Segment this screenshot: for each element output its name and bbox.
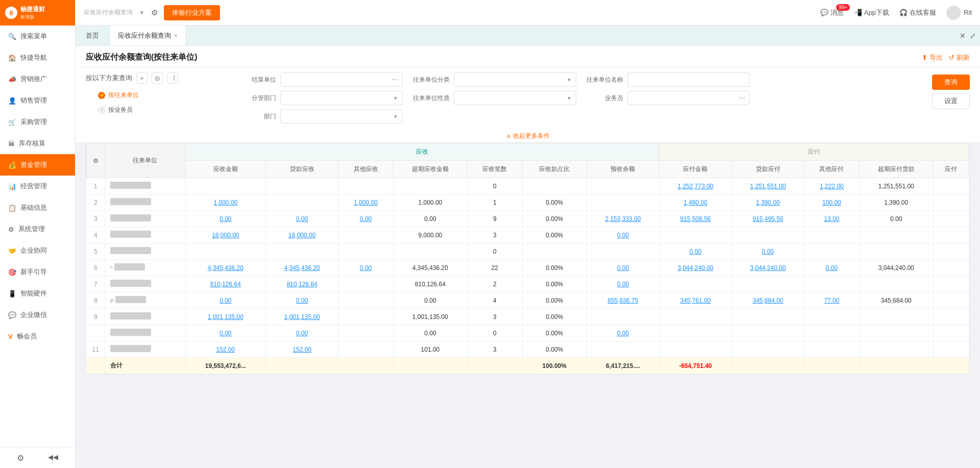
row-ar-amount[interactable]: 0.00	[185, 325, 266, 341]
sidebar-item-quicknav[interactable]: 🏠 快捷导航	[0, 47, 75, 68]
sidebar-item-beginner[interactable]: 🎯 新手引导	[0, 261, 75, 283]
scheme-by-partner[interactable]: ⚡ 按往来单位	[94, 89, 178, 102]
partner-name-input[interactable]	[627, 72, 750, 87]
row-ap-amount[interactable]: 915,508.56	[659, 211, 731, 227]
filter-collapse-icon[interactable]: 《	[167, 72, 178, 84]
settings-button[interactable]: 设置	[932, 93, 970, 109]
row-ap-amount[interactable]: 3,044,240.00	[659, 260, 731, 276]
row-ar-ratio: 0.00%	[522, 292, 586, 309]
row-ar-loan[interactable]: 810,126.64	[266, 276, 338, 292]
sidebar-item-enterprise-wx[interactable]: 💬 企业微信	[0, 304, 75, 326]
sidebar-settings-icon[interactable]: ⚙	[17, 453, 24, 463]
refresh-button[interactable]: ↺ 刷新	[949, 53, 970, 62]
row-ar-prepay[interactable]: 0.00	[586, 260, 659, 276]
notify-btn[interactable]: 💬 消息 99+	[820, 8, 844, 17]
app-download-btn[interactable]: 📲 App下载	[854, 8, 889, 17]
sidebar-item-funds[interactable]: 💰 资金管理	[0, 154, 75, 176]
dept-select[interactable]: ▼	[280, 91, 403, 105]
plan-btn[interactable]: 体验行业方案	[164, 5, 220, 20]
table-row: 8 P 0.00 0.00 0.00 4 0.00% 655,636.75 34…	[87, 292, 969, 309]
row-ap-loan[interactable]: 1,251,551.00	[732, 178, 804, 194]
sidebar-item-purchase[interactable]: 🛒 采购管理	[0, 111, 75, 133]
gear-col-header[interactable]: ⚙	[87, 143, 105, 178]
row-ar-loan[interactable]: 1,001,135.00	[266, 309, 338, 325]
row-ar-loan	[266, 243, 338, 260]
row-ar-amount[interactable]: 810,126.64	[185, 276, 266, 292]
row-ar-loan[interactable]: 152.00	[266, 341, 338, 358]
tab-close-window-icon[interactable]: ✕	[960, 32, 966, 40]
row-ap-other[interactable]: 0.00	[804, 260, 860, 276]
sidebar-item-enterprise[interactable]: 🤝 企业协同	[0, 240, 75, 261]
row-ar-amount[interactable]: 4,345,436.20	[185, 260, 266, 276]
row-ap-extra	[933, 309, 969, 325]
row-ar-other	[338, 341, 394, 358]
row-ar-other[interactable]: 1,000.00	[338, 194, 394, 211]
row-ar-other	[338, 292, 394, 309]
filter-add-icon[interactable]: ＋	[136, 72, 148, 84]
user-avatar-area[interactable]: Rit	[946, 6, 972, 20]
row-ar-prepay[interactable]: 2,153,333.00	[586, 211, 659, 227]
row-ap-amount[interactable]: 1,252,773.00	[659, 178, 731, 194]
row-ar-amount[interactable]: 1,000.00	[185, 194, 266, 211]
partner-category-select[interactable]: ▼	[454, 72, 576, 87]
tab-active-ar[interactable]: 应收应付余额查询 ×	[110, 26, 186, 45]
row-ap-other[interactable]: 100.00	[804, 194, 860, 211]
row-ap-other[interactable]: 13.00	[804, 211, 860, 227]
row-ap-extra	[933, 260, 969, 276]
row-ap-loan[interactable]: 915,495.56	[732, 211, 804, 227]
tab-home[interactable]: 首页	[76, 26, 110, 45]
department-select[interactable]: ▼	[280, 109, 403, 124]
sidebar-item-member[interactable]: V 畅会员	[0, 326, 75, 347]
sidebar-collapse-icon[interactable]: ◀◀	[48, 453, 58, 463]
row-ar-amount[interactable]: 0.00	[185, 211, 266, 227]
row-ar-amount[interactable]: 18,000.00	[185, 227, 266, 243]
row-ar-prepay[interactable]: 0.00	[586, 325, 659, 341]
header-settings-icon[interactable]: ⚙	[151, 8, 158, 17]
filter-settings-icon[interactable]: ◎	[152, 72, 163, 84]
row-ar-loan[interactable]: 0.00	[266, 292, 338, 309]
row-ar-amount[interactable]: 1,001,135.00	[185, 309, 266, 325]
sidebar-item-marketing[interactable]: 📣 营销推广	[0, 68, 75, 90]
row-ap-loan[interactable]: 3,044,240.00	[732, 260, 804, 276]
row-ar-other[interactable]: 0.00	[338, 211, 394, 227]
tab-maximize-icon[interactable]: ⤢	[970, 32, 976, 40]
online-service-btn[interactable]: 🎧 在线客服	[899, 8, 936, 17]
row-ap-amount[interactable]: 345,761.00	[659, 292, 731, 309]
row-ap-amount[interactable]: 1,490.00	[659, 194, 731, 211]
scheme-by-staff[interactable]: ⏱ 按业务员	[94, 104, 178, 116]
tab-close-icon[interactable]: ×	[174, 32, 178, 39]
row-ap-loan[interactable]: 0.00	[732, 243, 804, 260]
row-ar-loan[interactable]: 0.00	[266, 211, 338, 227]
row-ar-loan[interactable]: 18,000.00	[266, 227, 338, 243]
query-button[interactable]: 查询	[932, 75, 970, 90]
row-ar-loan[interactable]: 0.00	[266, 325, 338, 341]
row-ar-other[interactable]: 0.00	[338, 260, 394, 276]
row-ar-prepay[interactable]: 655,636.75	[586, 292, 659, 309]
collapse-btn[interactable]: ∧ 收起更多条件	[76, 130, 980, 142]
row-ar-prepay[interactable]: 0.00	[586, 227, 659, 243]
row-ap-other[interactable]: 77.00	[804, 292, 860, 309]
sidebar-item-inventory[interactable]: 🏛 库存核算	[0, 133, 75, 154]
row-ar-loan[interactable]: 4,345,436.20	[266, 260, 338, 276]
filter-fields: 结算单位 ··· 往来单位分类 ▼	[239, 72, 926, 128]
row-ar-prepay[interactable]: 0.00	[586, 276, 659, 292]
sidebar-item-search[interactable]: 🔍 搜索菜单	[0, 26, 75, 47]
row-ar-amount[interactable]: 152.00	[185, 341, 266, 358]
row-ap-amount[interactable]: 0.00	[659, 243, 731, 260]
salesperson-input[interactable]: ···	[627, 91, 750, 105]
sidebar-item-operations[interactable]: 📊 经营管理	[0, 176, 75, 197]
row-ap-amount	[659, 276, 731, 292]
row-ap-loan[interactable]: 345,684.00	[732, 292, 804, 309]
filter-row-3: 部门 ▼	[239, 109, 926, 124]
settlement-unit-input[interactable]: ···	[280, 72, 403, 87]
sidebar-item-system[interactable]: ⚙ 系统管理	[0, 218, 75, 240]
sidebar-item-sales[interactable]: 👤 销售管理	[0, 90, 75, 111]
row-ap-loan[interactable]: 1,390.00	[732, 194, 804, 211]
export-button[interactable]: ⬆ 导出	[922, 53, 943, 62]
row-ap-other[interactable]: 1,222.00	[804, 178, 860, 194]
sidebar-item-baseinfo[interactable]: 📋 基础信息	[0, 197, 75, 218]
partner-nature-select[interactable]: ▼	[454, 91, 576, 105]
sidebar-item-smarthw[interactable]: 📱 智能硬件	[0, 283, 75, 304]
row-ar-prepay	[586, 309, 659, 325]
row-ar-amount[interactable]: 0.00	[185, 292, 266, 309]
